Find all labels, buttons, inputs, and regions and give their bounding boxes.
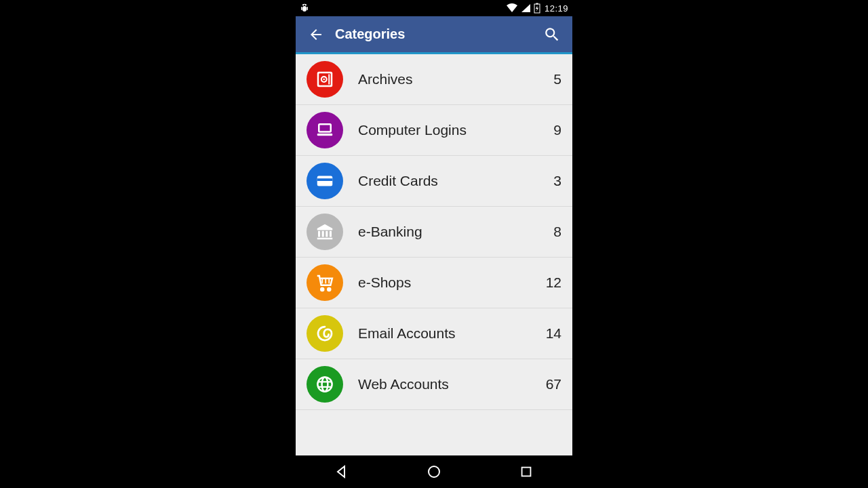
svg-point-10 <box>323 79 326 81</box>
status-bar: 12:19 <box>296 0 572 16</box>
category-label: Credit Cards <box>358 173 553 189</box>
svg-rect-19 <box>330 231 332 237</box>
nav-recent-button[interactable] <box>506 458 547 485</box>
svg-point-25 <box>429 466 439 477</box>
category-label: Computer Logins <box>358 122 553 138</box>
category-label: e-Shops <box>358 274 546 291</box>
category-row[interactable]: Email Accounts14 <box>296 308 572 359</box>
svg-rect-18 <box>326 231 328 237</box>
svg-rect-16 <box>318 231 320 237</box>
svg-point-21 <box>321 288 323 291</box>
system-nav-bar <box>296 455 572 488</box>
category-label: Email Accounts <box>358 325 546 342</box>
status-time: 12:19 <box>545 3 568 14</box>
svg-rect-6 <box>536 3 538 5</box>
cart-icon <box>307 264 343 301</box>
category-row[interactable]: Credit Cards3 <box>296 156 572 207</box>
vault-icon <box>307 61 343 98</box>
category-row[interactable]: Archives5 <box>296 54 572 105</box>
at-spiral-icon <box>307 315 343 352</box>
globe-icon <box>307 366 343 403</box>
category-row[interactable]: Web Accounts67 <box>296 359 572 410</box>
category-count: 9 <box>553 122 561 138</box>
category-row[interactable]: e-Banking8 <box>296 207 572 258</box>
laptop-icon <box>307 112 343 148</box>
svg-rect-26 <box>522 468 531 476</box>
app-bar: Categories <box>296 16 572 54</box>
search-button[interactable] <box>538 21 566 48</box>
category-count: 12 <box>546 274 561 291</box>
svg-rect-4 <box>307 7 309 10</box>
svg-rect-13 <box>317 134 333 136</box>
svg-rect-15 <box>317 178 333 181</box>
svg-point-22 <box>328 288 330 291</box>
cell-signal-icon <box>521 3 531 13</box>
svg-rect-11 <box>328 75 330 85</box>
credit-card-icon <box>307 163 343 199</box>
battery-charging-icon <box>534 3 540 14</box>
phone-frame: 12:19 Categories Archives5Computer Login… <box>296 0 572 488</box>
svg-rect-3 <box>301 7 302 10</box>
category-count: 14 <box>546 325 561 342</box>
category-count: 67 <box>546 376 561 392</box>
category-row[interactable]: Computer Logins9 <box>296 105 572 156</box>
category-row[interactable]: e-Shops12 <box>296 258 572 308</box>
android-debug-icon <box>300 3 309 14</box>
category-count: 5 <box>553 71 561 87</box>
category-label: Web Accounts <box>358 376 546 392</box>
back-button[interactable] <box>302 21 330 48</box>
category-label: Archives <box>358 71 553 87</box>
svg-rect-17 <box>322 231 324 237</box>
svg-point-24 <box>322 377 328 391</box>
category-list[interactable]: Archives5Computer Logins9Credit Cards3e-… <box>296 54 572 455</box>
category-label: e-Banking <box>358 224 553 240</box>
svg-rect-12 <box>319 124 331 131</box>
svg-point-23 <box>317 377 332 391</box>
wifi-icon <box>506 3 518 13</box>
page-title: Categories <box>335 26 405 42</box>
nav-back-button[interactable] <box>321 458 362 485</box>
svg-rect-20 <box>317 238 333 240</box>
category-count: 3 <box>553 173 561 189</box>
nav-home-button[interactable] <box>414 458 454 485</box>
category-count: 8 <box>553 224 561 240</box>
bank-icon <box>307 214 343 250</box>
svg-rect-0 <box>302 6 307 12</box>
